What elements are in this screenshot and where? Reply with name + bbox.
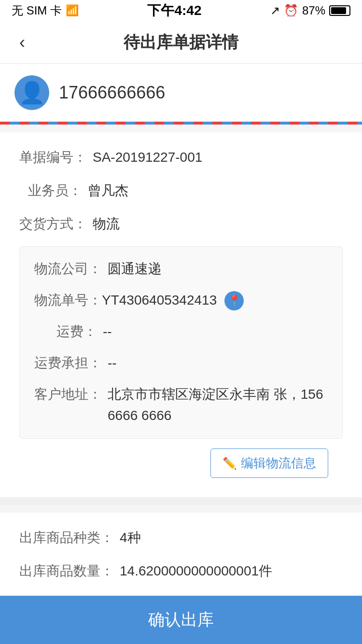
item-type-row: 出库商品种类： 4种 bbox=[19, 527, 343, 549]
salesman-label: 业务员： bbox=[19, 180, 82, 202]
order-no-row: 单据编号： SA-20191227-001 bbox=[19, 147, 343, 168]
freight-value: -- bbox=[103, 321, 328, 343]
salesman-row: 业务员： 曾凡杰 bbox=[19, 180, 343, 202]
order-no-label: 单据编号： bbox=[19, 147, 87, 168]
page-title: 待出库单据详情 bbox=[124, 31, 238, 54]
carrier-label: 无 SIM 卡 bbox=[12, 3, 62, 18]
confirm-outbound-button[interactable]: 确认出库 bbox=[0, 596, 362, 644]
edit-icon: ✏️ bbox=[223, 457, 237, 470]
edit-logistics-label: 编辑物流信息 bbox=[241, 455, 316, 472]
freight-label: 运费： bbox=[34, 321, 97, 343]
time-label: 下午4:42 bbox=[147, 1, 201, 20]
item-type-value: 4种 bbox=[120, 527, 343, 549]
item-qty-value: 14.6200000000000001件 bbox=[120, 560, 343, 582]
nav-bar: ‹ 待出库单据详情 bbox=[0, 21, 362, 64]
item-type-label: 出库商品种类： bbox=[19, 527, 114, 549]
delivery-row: 交货方式： 物流 bbox=[19, 213, 343, 235]
address-label: 客户地址： bbox=[34, 384, 102, 406]
tracking-row: 物流单号： YT4306405342413 📍 bbox=[34, 290, 328, 311]
freight-bearer-row: 运费承担： -- bbox=[34, 352, 328, 374]
freight-row: 运费： -- bbox=[34, 321, 328, 343]
tracking-number-area: YT4306405342413 📍 bbox=[102, 290, 244, 311]
battery-fill bbox=[331, 7, 346, 14]
location-icon[interactable]: 📍 bbox=[224, 291, 244, 310]
basic-info-section: 单据编号： SA-20191227-001 业务员： 曾凡杰 交货方式： 物流 … bbox=[0, 132, 362, 497]
back-button[interactable]: ‹ bbox=[14, 28, 30, 57]
status-left: 无 SIM 卡 📶 bbox=[12, 3, 79, 18]
salesman-value: 曾凡杰 bbox=[88, 180, 343, 202]
status-bar: 无 SIM 卡 📶 下午4:42 ↗ ⏰ 87% bbox=[0, 0, 362, 21]
location-icon: ↗ bbox=[270, 4, 280, 17]
order-no-value: SA-20191227-001 bbox=[93, 147, 343, 168]
avatar-icon: 👤 bbox=[19, 80, 45, 105]
avatar: 👤 bbox=[14, 75, 49, 110]
delivery-label: 交货方式： bbox=[19, 213, 87, 235]
freight-bearer-value: -- bbox=[108, 352, 328, 374]
section-divider bbox=[0, 497, 362, 505]
battery-indicator bbox=[329, 5, 350, 16]
item-qty-label: 出库商品数量： bbox=[19, 560, 114, 582]
item-qty-row: 出库商品数量： 14.6200000000000001件 bbox=[19, 560, 343, 582]
edit-logistics-button[interactable]: ✏️ 编辑物流信息 bbox=[210, 448, 328, 478]
freight-bearer-label: 运费承担： bbox=[34, 352, 102, 374]
status-right: ↗ ⏰ 87% bbox=[270, 4, 350, 17]
phone-number: 17666666666 bbox=[59, 83, 165, 103]
address-row: 客户地址： 北京市市辖区海淀区永丰南 张，156 6666 6666 bbox=[34, 384, 328, 427]
battery-percent: 87% bbox=[302, 4, 325, 17]
logistics-company-row: 物流公司： 圆通速递 bbox=[34, 258, 328, 280]
logistics-section: 物流公司： 圆通速递 物流单号： YT4306405342413 📍 运费： -… bbox=[19, 246, 343, 439]
map-pin-icon: 📍 bbox=[228, 292, 241, 309]
delivery-value: 物流 bbox=[93, 213, 343, 235]
edit-btn-row: ✏️ 编辑物流信息 bbox=[19, 439, 343, 483]
logistics-company-value: 圆通速递 bbox=[108, 258, 328, 280]
address-value: 北京市市辖区海淀区永丰南 张，156 6666 6666 bbox=[108, 384, 328, 427]
confirm-btn-label: 确认出库 bbox=[148, 609, 214, 631]
wifi-icon: 📶 bbox=[66, 4, 79, 17]
dashed-divider bbox=[0, 122, 362, 125]
logistics-company-label: 物流公司： bbox=[34, 258, 102, 280]
tracking-number: YT4306405342413 bbox=[102, 290, 217, 311]
phone-header: 👤 17666666666 bbox=[0, 64, 362, 122]
tracking-label: 物流单号： bbox=[34, 290, 102, 311]
alarm-icon: ⏰ bbox=[284, 4, 298, 17]
